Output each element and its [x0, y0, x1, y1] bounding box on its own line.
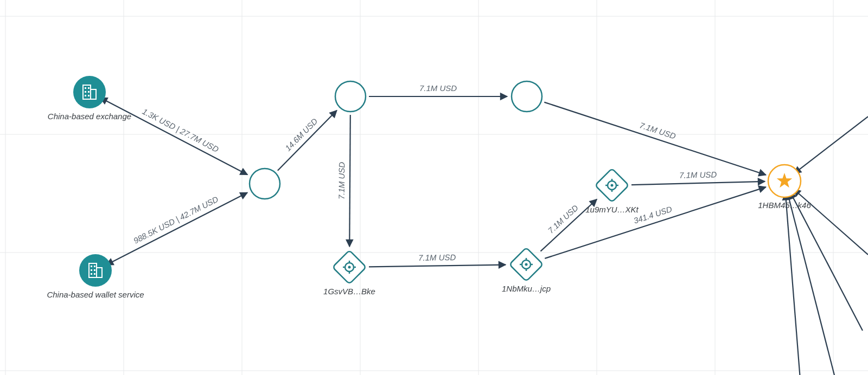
- edge-e2: 988.5K USD | 42.7M USD: [112, 192, 247, 262]
- edge-e10: 341.4 USD: [545, 187, 765, 258]
- graph-canvas[interactable]: 1.3K USD | 27.7M USD988.5K USD | 42.7M U…: [0, 0, 868, 375]
- edges-layer: 1.3K USD | 27.7M USD988.5K USD | 42.7M U…: [106, 83, 766, 267]
- node-addr3[interactable]: 1u9mYU…XKt: [585, 169, 639, 214]
- edge-label-e6: 7.1M USD: [418, 253, 456, 262]
- node-dest[interactable]: 1HBM45…k46: [758, 165, 811, 210]
- offscreen-edge-4: [786, 199, 800, 375]
- svg-rect-34: [91, 266, 92, 267]
- node-addr2[interactable]: 1NbMku…jcp: [502, 248, 551, 293]
- svg-rect-35: [94, 266, 95, 267]
- svg-rect-30: [88, 95, 90, 96]
- edge-e5: 7.1M USD: [369, 83, 507, 96]
- svg-line-20: [544, 102, 765, 175]
- node-mid2[interactable]: [512, 81, 542, 112]
- svg-point-44: [348, 266, 351, 269]
- node-addr1[interactable]: 1GsvVB…Bke: [323, 250, 375, 296]
- offscreen-edge-2: [793, 197, 863, 331]
- svg-rect-26: [88, 87, 90, 89]
- svg-rect-38: [91, 273, 92, 275]
- node-label-addr2: 1NbMku…jcp: [502, 284, 551, 293]
- offscreen-edge-3: [789, 199, 835, 375]
- edge-label-e5: 7.1M USD: [419, 83, 457, 93]
- node-label-dest: 1HBM45…k46: [758, 201, 811, 210]
- svg-point-59: [611, 184, 614, 187]
- svg-rect-28: [88, 91, 90, 93]
- edge-label-e9: 7.1M USD: [639, 120, 677, 141]
- edge-e3: 14.6M USD: [278, 111, 337, 171]
- background-grid: [0, 0, 868, 375]
- svg-rect-39: [94, 273, 95, 275]
- node-label-exchange: China-based exchange: [48, 112, 131, 121]
- node-hub1[interactable]: [250, 169, 280, 199]
- svg-line-19: [631, 182, 765, 185]
- svg-line-13: [112, 192, 247, 262]
- node-label-addr3: 1u9mYU…XKt: [585, 205, 639, 214]
- svg-point-52: [525, 263, 528, 266]
- svg-point-49: [512, 81, 542, 112]
- svg-rect-37: [94, 269, 95, 271]
- svg-line-14: [278, 111, 337, 171]
- node-wallet[interactable]: China-based wallet service: [47, 254, 144, 299]
- edge-label-e10: 341.4 USD: [633, 204, 673, 225]
- svg-line-17: [369, 265, 506, 267]
- node-exchange[interactable]: China-based exchange: [48, 76, 131, 121]
- svg-rect-29: [85, 95, 86, 96]
- edge-label-e8: 7.1M USD: [679, 170, 717, 180]
- svg-point-41: [335, 81, 366, 112]
- svg-point-40: [250, 169, 280, 199]
- svg-line-21: [545, 187, 765, 258]
- edge-e6: 7.1M USD: [369, 253, 506, 267]
- node-label-addr1: 1GsvVB…Bke: [323, 287, 375, 296]
- edge-label-e1: 1.3K USD | 27.7M USD: [141, 107, 221, 154]
- offscreen-edges: [786, 117, 868, 375]
- edge-label-e4: 7.1M USD: [337, 162, 346, 199]
- node-mid1[interactable]: [335, 81, 366, 112]
- svg-rect-25: [85, 87, 86, 89]
- edge-e9: 7.1M USD: [544, 102, 765, 175]
- node-label-wallet: China-based wallet service: [47, 290, 144, 299]
- svg-line-15: [349, 115, 350, 247]
- svg-rect-36: [91, 269, 92, 271]
- edge-label-e2: 988.5K USD | 42.7M USD: [132, 195, 220, 245]
- svg-rect-27: [85, 91, 86, 93]
- edge-e8: 7.1M USD: [631, 170, 765, 185]
